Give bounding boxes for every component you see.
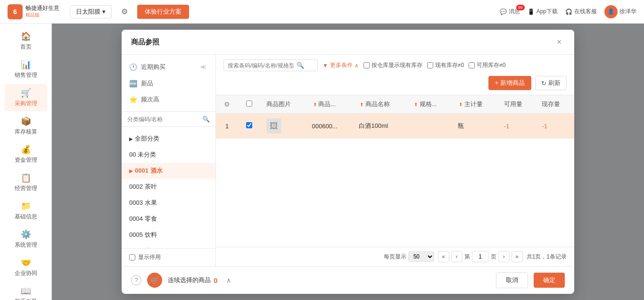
- help-button[interactable]: ?: [131, 275, 141, 285]
- confirm-button[interactable]: 确定: [534, 273, 565, 288]
- left-panel-tabs: 🕐 近期购买 ≪ 🆕 新品 ⭐ 频次高: [122, 55, 215, 112]
- sidebar-item-sales[interactable]: 📊 销售管理: [5, 56, 47, 83]
- page-input[interactable]: [472, 251, 489, 262]
- cat-all[interactable]: ▶ 全部分类: [122, 131, 215, 147]
- show-disabled-checkbox[interactable]: [129, 254, 135, 260]
- table-row[interactable]: 1 🖼 000600... 白酒100ml: [216, 114, 574, 139]
- refresh-button[interactable]: ↻ 刷新: [535, 76, 567, 90]
- dropdown-label: 日太阳膜: [76, 8, 100, 16]
- warehouse-stock-input[interactable]: [363, 62, 370, 68]
- available-stock-input[interactable]: [469, 62, 475, 68]
- per-page-select[interactable]: 50 100 200: [408, 251, 434, 262]
- user-item[interactable]: 👤 徐泽华: [604, 5, 636, 18]
- category-search-bar: 🔍: [122, 112, 215, 127]
- categories-list: ▶ 全部分类 00 未分类 ▶ 0001 酒水 0002 茶: [122, 127, 215, 248]
- footer-collapse-icon[interactable]: ∧: [223, 275, 234, 286]
- col-available-label: 可用量: [504, 100, 522, 108]
- app-label: App下载: [537, 8, 558, 16]
- add-product-button[interactable]: + 新增商品: [488, 76, 531, 90]
- cat-tea[interactable]: 0002 茶叶: [122, 179, 215, 195]
- product-search-box: 🔍: [223, 59, 318, 71]
- show-disabled-label: 显示停用: [138, 253, 161, 261]
- page-first-btn[interactable]: «: [438, 251, 449, 262]
- modal-overlay: 商品参照 × 🕐 近期购买 ≪ �: [52, 24, 644, 300]
- cat-label-snack: 0004 零食: [129, 215, 157, 223]
- current-stock-label: 现有库存≠0: [435, 61, 464, 69]
- sidebar-label-basics: 基础信息: [15, 213, 37, 221]
- available-stock-label: 可用库存≠0: [477, 61, 505, 69]
- settings-icon[interactable]: ⚙: [117, 5, 132, 19]
- cat-alcohol[interactable]: ▶ 0001 酒水: [122, 163, 215, 179]
- col-settings-icon[interactable]: ⚙: [224, 100, 230, 108]
- sidebar-label-sales: 销售管理: [15, 71, 37, 79]
- username-label: 徐泽华: [619, 8, 636, 16]
- cat-unclassified[interactable]: 00 未分类: [122, 147, 215, 163]
- sidebar-label-guide: 新手引导: [15, 298, 37, 300]
- cancel-button[interactable]: 取消: [496, 272, 528, 288]
- message-item[interactable]: 💬 消息 99: [500, 8, 520, 16]
- sidebar: 🏠 首页 📊 销售管理 🛒 采购管理 📦 库存核算 💰 资金管理 📋 经营管理 …: [0, 24, 52, 300]
- product-reference-modal: 商品参照 × 🕐 近期购买 ≪ �: [122, 30, 574, 294]
- sidebar-item-inventory[interactable]: 📦 库存核算: [5, 112, 47, 140]
- dropdown-selector[interactable]: 日太阳膜 ▾: [70, 5, 112, 18]
- headset-icon: 🎧: [565, 8, 572, 15]
- sort-icon-spec: ⬆: [414, 102, 418, 107]
- modal-body: 🕐 近期购买 ≪ 🆕 新品 ⭐ 频次高: [122, 55, 574, 266]
- select-all-checkbox[interactable]: [246, 100, 252, 107]
- checkbox-warehouse-stock[interactable]: 按仓库显示现有库存: [363, 61, 422, 69]
- cat-fruit[interactable]: 0003 水果: [122, 195, 215, 211]
- sidebar-item-finance[interactable]: 💰 资金管理: [5, 141, 47, 168]
- category-search-input[interactable]: [127, 116, 199, 123]
- filter-more-btn[interactable]: ▼ 更多条件 ∧: [322, 61, 359, 69]
- filter-icon: ▼: [322, 62, 328, 69]
- system-icon: ⚙️: [21, 229, 31, 240]
- tab-recent-purchase[interactable]: 🕐 近期购买 ≪: [122, 58, 215, 75]
- filter-more-label: 更多条件: [330, 61, 353, 69]
- page-next-btn[interactable]: ›: [498, 251, 510, 262]
- inventory-icon: 📦: [21, 116, 31, 126]
- app-download-item[interactable]: 📱 App下载: [528, 8, 558, 16]
- checkbox-available-stock[interactable]: 可用库存≠0: [469, 61, 505, 69]
- row-available-cell: -1: [498, 114, 536, 139]
- cat-snack[interactable]: 0004 零食: [122, 211, 215, 227]
- per-page-selector: 每页显示 50 100 200: [384, 251, 434, 262]
- cat-water[interactable]: 0008 水: [122, 243, 215, 248]
- cart-icon[interactable]: 🛒: [147, 273, 162, 288]
- footer-selected-text: 连续选择的商品 0: [168, 276, 217, 284]
- sidebar-label-home: 首页: [20, 43, 32, 51]
- sidebar-item-purchase[interactable]: 🛒 采购管理: [5, 84, 47, 111]
- tab-high-frequency[interactable]: ⭐ 频次高: [122, 92, 215, 108]
- col-spec-header: ⬆ 规格...: [407, 95, 452, 114]
- tab-new-product[interactable]: 🆕 新品: [122, 75, 215, 92]
- sidebar-item-home[interactable]: 🏠 首页: [5, 27, 47, 55]
- category-search-icon[interactable]: 🔍: [202, 116, 210, 123]
- col-settings: ⚙: [216, 95, 238, 114]
- content-area: 商品参照 × 🕐 近期购买 ≪ �: [52, 24, 644, 300]
- collapse-icon[interactable]: ≪: [198, 62, 208, 72]
- col-name-label: 商品名称: [365, 100, 390, 108]
- product-search-icon[interactable]: 🔍: [297, 62, 304, 69]
- logo-text: 畅捷通好生意: [25, 5, 59, 12]
- sidebar-item-operations[interactable]: 📋 经营管理: [5, 169, 47, 196]
- service-item[interactable]: 🎧 在线客服: [565, 8, 597, 16]
- sidebar-item-basics[interactable]: 📁 基础信息: [5, 197, 47, 225]
- modal-close-button[interactable]: ×: [553, 36, 565, 48]
- page-prev-btn[interactable]: ‹: [451, 251, 462, 262]
- trial-button[interactable]: 体验行业方案: [137, 5, 189, 19]
- product-search-input[interactable]: [228, 62, 294, 69]
- current-stock-input[interactable]: [427, 62, 433, 68]
- per-page-label: 每页显示: [384, 253, 406, 261]
- page-last-btn[interactable]: »: [512, 251, 523, 262]
- left-panel: 🕐 近期购买 ≪ 🆕 新品 ⭐ 频次高: [122, 55, 216, 266]
- page-navigation: « ‹ 第 页 › »: [438, 251, 523, 262]
- sidebar-item-system[interactable]: ⚙️ 系统管理: [5, 225, 47, 253]
- cat-beverage[interactable]: 0005 饮料: [122, 227, 215, 243]
- operations-icon: 📋: [21, 173, 31, 183]
- sidebar-item-enterprise[interactable]: 🤝 企业协同: [5, 254, 47, 281]
- footer-count: 0: [214, 276, 217, 284]
- row-checkbox[interactable]: [246, 122, 252, 128]
- sidebar-item-guide[interactable]: 📖 新手引导: [5, 282, 47, 300]
- col-image-header: 商品图片: [261, 95, 306, 114]
- checkbox-current-stock[interactable]: 现有库存≠0: [427, 61, 464, 69]
- col-code-header: ⬆ 商品...: [306, 95, 354, 114]
